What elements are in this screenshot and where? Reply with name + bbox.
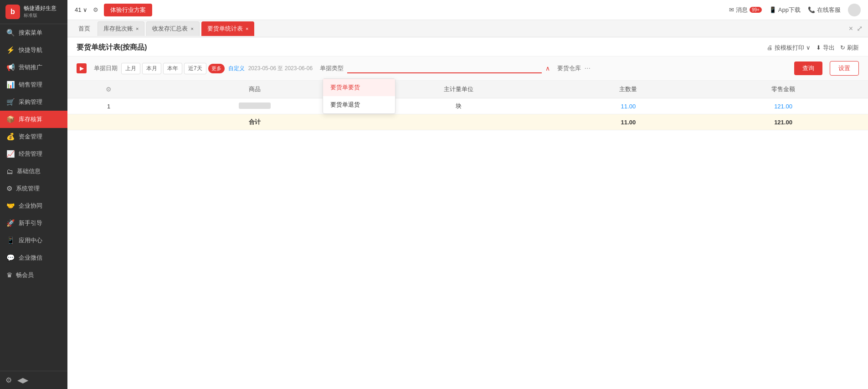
custom-date-btn[interactable]: 自定义: [228, 65, 245, 72]
purchase-icon: 🛒: [6, 98, 15, 106]
expand-tabs-btn[interactable]: ⤢: [857, 24, 863, 33]
sidebar-item-label: 资金管理: [19, 133, 42, 141]
page-actions: 🖨 按模板打印 ∨ ⬇ 导出 ↻ 刷新: [767, 44, 859, 52]
print-icon: 🖨: [767, 44, 773, 51]
tab-inventory-batch[interactable]: 库存批次账 ×: [98, 21, 144, 36]
date-filter-btns: 上月 本月 本年 近7天 更多: [121, 63, 225, 74]
close-all-tabs-btn[interactable]: ×: [849, 25, 853, 33]
store-selector[interactable]: 41 ∨: [75, 6, 87, 13]
app-logo-icon: b: [5, 5, 20, 19]
table-settings-icon[interactable]: ⚙: [106, 86, 112, 93]
warehouse-more-btn[interactable]: ···: [585, 64, 591, 72]
tab-home-label: 首页: [78, 25, 90, 33]
finance-icon: 💰: [6, 133, 15, 141]
sidebar-item-system[interactable]: ⚙ 系统管理: [0, 180, 67, 197]
warehouse-filter-label: 要货仓库: [557, 64, 581, 72]
export-icon: ⬇: [816, 44, 821, 51]
sales-icon: 📊: [6, 81, 15, 89]
sidebar-item-label: 畅会员: [16, 271, 34, 279]
data-table: ⚙ 商品 主计量单位 主数量 零售金额 1 块 11.00: [67, 81, 868, 130]
type-filter-input[interactable]: [347, 64, 541, 73]
basic-icon: 🗂: [6, 168, 13, 175]
promo-button[interactable]: 体验行业方案: [104, 4, 152, 16]
this-month-btn[interactable]: 本月: [142, 63, 161, 74]
topbar-settings-icon[interactable]: ⚙: [93, 6, 98, 13]
type-dropdown: 要货单要货 要货单退货: [323, 78, 395, 114]
sidebar-item-search[interactable]: 🔍 搜索菜单: [0, 24, 67, 41]
settings-btn[interactable]: 设置: [830, 61, 859, 76]
sidebar-item-sales[interactable]: 📊 销售管理: [0, 76, 67, 93]
tab-order-stat-close[interactable]: ×: [246, 26, 248, 31]
tabbar: 首页 库存批次账 × 收发存汇总表 × 要货单统计表 × × ⤢: [67, 20, 868, 37]
table-wrap: ⚙ 商品 主计量单位 主数量 零售金额 1 块 11.00: [67, 81, 868, 389]
app-download-icon: 📱: [769, 6, 776, 13]
tab-recv-summary-label: 收发存汇总表: [152, 25, 188, 33]
online-service-btn[interactable]: 📞 在线客服: [808, 6, 841, 14]
sidebar-item-enterprise[interactable]: 🤝 企业协同: [0, 197, 67, 215]
recent7-btn[interactable]: 近7天: [184, 63, 206, 74]
topbar-left: 41 ∨ ⚙ 体验行业方案: [75, 4, 152, 16]
wechat-icon: 💬: [6, 254, 15, 262]
date-range-display: 2023-05-06 至 2023-06-06: [248, 65, 313, 72]
type-filter-section: 单据类型 ∧: [320, 64, 550, 73]
footer-amount: 121.00: [699, 114, 868, 130]
sidebar-item-finance[interactable]: 💰 资金管理: [0, 128, 67, 145]
query-btn[interactable]: 查询: [794, 61, 822, 75]
sidebar-item-label: 快捷导航: [19, 46, 42, 54]
topbar-right: ✉ 消息 99+ 📱 App下载 📞 在线客服: [729, 4, 861, 16]
tab-inventory-batch-close[interactable]: ×: [136, 26, 139, 31]
sidebar-item-inventory[interactable]: 📦 库存核算: [0, 111, 67, 128]
quick-nav-icon: ⚡: [6, 46, 15, 54]
sidebar-item-label: 营销推广: [19, 63, 42, 72]
messages-btn[interactable]: ✉ 消息 99+: [729, 6, 762, 14]
type-filter-chevron-icon[interactable]: ∧: [545, 65, 550, 72]
app-download-btn[interactable]: 📱 App下载: [769, 6, 801, 14]
online-service-label: 在线客服: [817, 6, 841, 14]
inventory-icon: 📦: [6, 115, 15, 123]
sidebar-collapse-icon[interactable]: ◀▶: [17, 376, 28, 384]
filter-expand-btn[interactable]: ▶: [77, 63, 87, 73]
sidebar-item-quick-nav[interactable]: ⚡ 快捷导航: [0, 41, 67, 59]
footer-empty1: [67, 114, 150, 130]
appstore-icon: 📱: [6, 236, 15, 245]
sidebar-item-purchase[interactable]: 🛒 采购管理: [0, 93, 67, 111]
export-btn[interactable]: ⬇ 导出: [816, 44, 835, 52]
warehouse-filter-section: 要货仓库 ···: [557, 64, 787, 72]
enterprise-icon: 🤝: [6, 202, 15, 210]
tab-recv-summary[interactable]: 收发存汇总表 ×: [146, 21, 199, 36]
sidebar-item-label: 库存核算: [19, 115, 42, 123]
tab-order-stat-label: 要货单统计表: [207, 25, 243, 33]
sidebar-item-label: 企业微信: [19, 254, 42, 262]
sidebar-item-operation[interactable]: 📈 经营管理: [0, 145, 67, 163]
user-avatar[interactable]: [848, 4, 861, 16]
sidebar-item-label: 经营管理: [19, 150, 42, 158]
row-qty[interactable]: 11.00: [558, 98, 699, 114]
tab-recv-summary-close[interactable]: ×: [190, 26, 193, 31]
sidebar-item-member[interactable]: ♛ 畅会员: [0, 266, 67, 284]
tab-order-stat[interactable]: 要货单统计表 ×: [201, 21, 254, 36]
sidebar-item-wechat[interactable]: 💬 企业微信: [0, 249, 67, 266]
row-amount[interactable]: 121.00: [699, 98, 868, 114]
refresh-icon: ↻: [840, 44, 845, 51]
tab-home[interactable]: 首页: [73, 21, 96, 36]
sidebar-item-basic[interactable]: 🗂 基础信息: [0, 163, 67, 180]
print-chevron-icon: ∨: [806, 44, 811, 51]
app-name: 畅捷通好生意: [24, 5, 56, 12]
message-label: 消息: [736, 6, 748, 14]
sidebar-settings-icon[interactable]: ⚙: [5, 376, 12, 384]
store-chevron-icon: ∨: [83, 6, 87, 13]
print-btn[interactable]: 🖨 按模板打印 ∨: [767, 44, 811, 52]
dropdown-item-order-return[interactable]: 要货单退货: [323, 96, 395, 113]
hot-badge-btn[interactable]: 更多: [208, 64, 225, 73]
filter-bar: ▶ 单据日期 上月 本月 本年 近7天 更多 自定义 2023-05-06 至 …: [67, 56, 868, 81]
last-month-btn[interactable]: 上月: [121, 63, 140, 74]
sidebar-item-marketing[interactable]: 📢 营销推广: [0, 59, 67, 76]
sidebar-item-appstore[interactable]: 📱 应用中心: [0, 232, 67, 249]
dropdown-item-order-goods[interactable]: 要货单要货: [323, 79, 395, 96]
sidebar-logo: b 畅捷通好生意 标准版: [0, 0, 67, 24]
refresh-btn[interactable]: ↻ 刷新: [840, 44, 859, 52]
main-area: 41 ∨ ⚙ 体验行业方案 ✉ 消息 99+ 📱 App下载 📞 在线客服: [67, 0, 868, 389]
sidebar-item-label: 销售管理: [19, 81, 42, 89]
sidebar-item-guide[interactable]: 🚀 新手引导: [0, 215, 67, 232]
this-year-btn[interactable]: 本年: [163, 63, 182, 74]
